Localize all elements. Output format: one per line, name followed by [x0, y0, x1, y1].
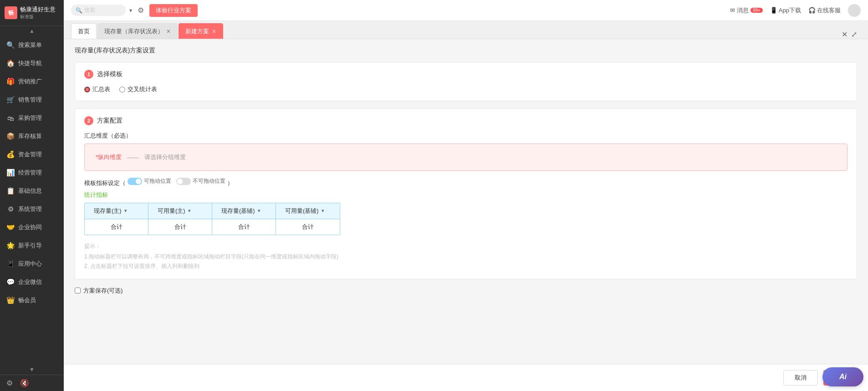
sidebar-item-inventory[interactable]: 📦 库存核算: [0, 127, 64, 145]
sidebar-item-member[interactable]: 👑 畅会员: [0, 291, 64, 309]
save-checkbox[interactable]: [75, 288, 81, 293]
col2-chevron[interactable]: ▾: [258, 208, 260, 214]
ai-float-button[interactable]: Ai: [822, 367, 863, 386]
enterprise-wechat-icon: 💬: [6, 278, 15, 286]
topbar: 🔍 搜索 ▾ ⚙ 体验行业方案 ✉ 消息 99+ 📱 App下载 🎧 在线客服: [64, 0, 868, 21]
col3-chevron[interactable]: ▾: [322, 208, 324, 214]
cancel-button[interactable]: 取消: [783, 370, 818, 386]
topbar-gear-icon[interactable]: ⚙: [138, 6, 144, 15]
vertical-dim-label: *纵向维度: [96, 153, 122, 161]
tab-home-label: 首页: [78, 27, 90, 36]
sidebar-item-marketing[interactable]: 🎁 营销推广: [0, 72, 64, 91]
radio-cross-label: 交叉统计表: [128, 85, 157, 93]
operations-icon: 📊: [6, 169, 15, 177]
radio-summary-input[interactable]: [84, 87, 90, 93]
sidebar-item-sales[interactable]: 🛒 销售管理: [0, 91, 64, 109]
logo-text: 畅康通好生意 标准版: [20, 5, 56, 20]
stat-title: 统计指标: [84, 191, 848, 199]
stat-data-col-0: 合计: [85, 219, 148, 235]
user-avatar[interactable]: [848, 4, 861, 17]
tabbar: 首页 现存量（库存状况表） ✕ 新建方案 ✕ ✕ ⤢: [64, 21, 868, 39]
sidebar-logo: 畅 畅康通好生意 标准版: [0, 0, 64, 26]
window-controls: ✕ ⤢: [842, 30, 861, 39]
sidebar-scroll-up[interactable]: ▲: [0, 26, 64, 36]
main-area: 🔍 搜索 ▾ ⚙ 体验行业方案 ✉ 消息 99+ 📱 App下载 🎧 在线客服: [64, 0, 868, 391]
draggable-toggle[interactable]: [128, 178, 142, 185]
tab-new-plan-label: 新建方案: [185, 27, 209, 36]
dim-placeholder[interactable]: 请选择分组维度: [144, 153, 186, 161]
sidebar-item-finance[interactable]: 💰 资金管理: [0, 145, 64, 164]
sidebar-item-enterprise-wechat[interactable]: 💬 企业微信: [0, 273, 64, 291]
radio-cross-input[interactable]: [119, 87, 125, 93]
col1-label: 可用量(主): [158, 207, 185, 215]
tab-home[interactable]: 首页: [71, 23, 97, 39]
step1-badge: 1: [84, 70, 93, 79]
dropdown-arrow-icon: ▾: [129, 7, 132, 14]
sidebar-item-cooperation[interactable]: 🤝 企业协同: [0, 218, 64, 237]
sidebar-item-system[interactable]: ⚙ 系统管理: [0, 200, 64, 218]
dimension-row: *纵向维度 —— 请选择分组维度: [96, 153, 836, 161]
step1-header: 1 选择模板: [84, 70, 848, 79]
ai-label: Ai: [839, 373, 847, 381]
sidebar: 畅 畅康通好生意 标准版 ▲ 🔍 搜索菜单 🏠 快捷导航 🎁 营销推广 🛒 销售…: [0, 0, 64, 391]
radio-cross[interactable]: 交叉统计表: [119, 85, 157, 93]
stat-data-col-2: 合计: [212, 219, 276, 235]
sidebar-audio-icon[interactable]: 🔇: [20, 379, 29, 387]
tips-title: 提示：: [84, 242, 848, 250]
stat-data-col-1: 合计: [148, 219, 212, 235]
sidebar-item-quick-nav[interactable]: 🏠 快捷导航: [0, 54, 64, 72]
sidebar-item-app-center[interactable]: 📱 应用中心: [0, 255, 64, 273]
tab-new-plan-close[interactable]: ✕: [212, 28, 216, 35]
tab-new-plan[interactable]: 新建方案 ✕: [179, 23, 223, 39]
close-icon[interactable]: ✕: [842, 30, 848, 39]
trial-button[interactable]: 体验行业方案: [149, 4, 198, 17]
sidebar-scroll-down[interactable]: ▼: [0, 365, 64, 375]
template-radio-group: 汇总表 交叉统计表: [84, 85, 848, 93]
undraggable-toggle-group: 不可拖动位置: [176, 177, 225, 185]
messages-badge: 99+: [751, 8, 763, 13]
finance-icon: 💰: [6, 150, 15, 159]
inventory-icon: 📦: [6, 132, 15, 140]
indicator-label-row: 模板指标设定（ 可拖动位置 不可拖动位置 ）: [84, 177, 848, 187]
sidebar-item-new-guide[interactable]: 🌟 新手引导: [0, 237, 64, 255]
step2-header: 2 方案配置: [84, 116, 848, 125]
sidebar-settings-icon[interactable]: ⚙: [6, 379, 13, 387]
save-checkbox-label: 方案保存(可选): [83, 287, 123, 295]
stat-data-row: 合计 合计 合计 合计: [85, 219, 340, 235]
new-guide-icon: 🌟: [6, 242, 15, 250]
logo-icon: 畅: [5, 6, 17, 19]
online-service-link[interactable]: 🎧 在线客服: [808, 6, 841, 15]
content-area: 现存量(库存状况表)方案设置 1 选择模板 汇总表 交叉统计表 2: [64, 39, 868, 364]
topbar-dropdown[interactable]: ▾: [129, 7, 132, 14]
step2-badge: 2: [84, 116, 93, 125]
indicator-label-text: 模板指标设定（ 可拖动位置 不可拖动位置 ）: [84, 177, 233, 187]
dimension-label: 汇总维度（必选）: [84, 132, 848, 140]
sidebar-item-operations[interactable]: 📊 经营管理: [0, 164, 64, 182]
sidebar-item-label: 销售管理: [18, 96, 42, 104]
stat-header-col-1: 可用量(主) ▾: [148, 203, 212, 219]
system-icon: ⚙: [6, 205, 15, 213]
sidebar-item-search-menu[interactable]: 🔍 搜索菜单: [0, 36, 64, 54]
sidebar-item-label: 库存核算: [18, 132, 42, 140]
expand-icon[interactable]: ⤢: [851, 30, 857, 39]
messages-button[interactable]: ✉ 消息 99+: [730, 6, 763, 15]
step2-card: 2 方案配置 汇总维度（必选） *纵向维度 —— 请选择分组维度 模板指标设定（: [75, 108, 857, 279]
radio-summary[interactable]: 汇总表: [84, 85, 110, 93]
save-checkbox-row[interactable]: 方案保存(可选): [75, 287, 857, 295]
tab-inventory-status[interactable]: 现存量（库存状况表） ✕: [97, 23, 178, 39]
sidebar-item-basic-info[interactable]: 📋 基础信息: [0, 182, 64, 200]
tab-inventory-close[interactable]: ✕: [166, 28, 171, 35]
app-download-link[interactable]: 📱 App下载: [770, 6, 801, 15]
sidebar-item-label: 经营管理: [18, 169, 42, 177]
phone-icon: 📱: [770, 7, 777, 14]
stat-data-col-3: 合计: [276, 219, 340, 235]
sidebar-item-purchase[interactable]: 🛍 采购管理: [0, 109, 64, 127]
quick-nav-icon: 🏠: [6, 59, 15, 67]
search-menu-icon: 🔍: [6, 41, 15, 49]
sidebar-item-label: 系统管理: [18, 205, 42, 213]
step1-title: 选择模板: [97, 70, 123, 78]
topbar-search: 🔍 搜索: [71, 5, 126, 16]
undraggable-toggle[interactable]: [176, 178, 191, 185]
col1-chevron[interactable]: ▾: [188, 208, 191, 214]
col0-chevron[interactable]: ▾: [124, 208, 127, 214]
